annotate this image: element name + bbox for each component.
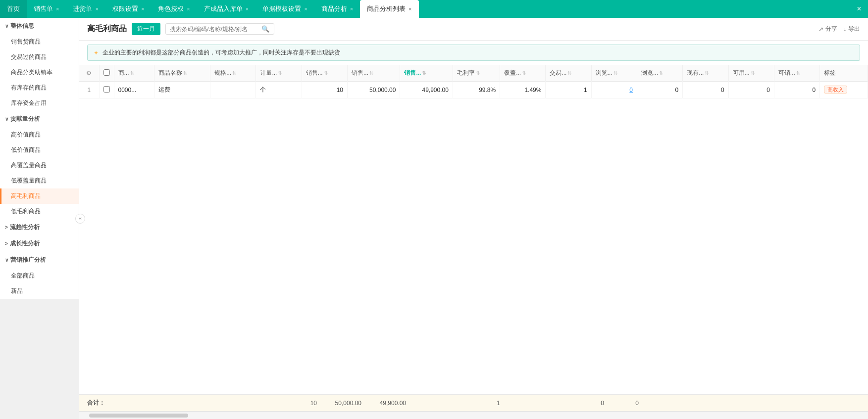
th-browse2[interactable]: 浏览...⇅: [637, 65, 683, 82]
sidebar-item-low-margin[interactable]: 低毛利商品: [0, 204, 79, 219]
cell-code: 0000...: [114, 82, 154, 98]
chevron-down-icon-3: ∨: [5, 257, 8, 263]
cell-browse1[interactable]: 0: [591, 82, 637, 98]
nav-purchase-order[interactable]: 进货单 ×: [66, 0, 105, 18]
th-gross-margin[interactable]: 毛利率⇅: [453, 65, 500, 82]
sidebar-item-in-stock-goods[interactable]: 有库存的商品: [0, 80, 79, 95]
th-name[interactable]: 商品名称⇅: [154, 65, 210, 82]
nav-permission-settings[interactable]: 权限设置 ×: [105, 0, 151, 18]
nav-sales-order[interactable]: 销售单 ×: [27, 0, 66, 18]
th-checkbox[interactable]: [99, 65, 114, 82]
sidebar: ∨ 整体信息 销售货商品 交易过的商品 商品分类助销率 有库存的商品 库存资金占…: [0, 18, 79, 299]
close-goods-analysis[interactable]: ×: [350, 6, 353, 12]
sidebar-group-overall[interactable]: ∨ 整体信息: [0, 18, 79, 34]
search-icon[interactable]: 🔍: [261, 25, 269, 33]
cell-index: 1: [79, 82, 99, 98]
sidebar-item-new-goods[interactable]: 新品: [0, 283, 79, 299]
close-permission-settings[interactable]: ×: [141, 6, 144, 12]
horizontal-scrollbar[interactable]: [79, 411, 868, 419]
cell-sales-amount: 50,000.00: [347, 82, 400, 98]
footer-sales-profit: 49,900.00: [365, 400, 410, 407]
sidebar-wrapper: ∨ 整体信息 销售货商品 交易过的商品 商品分类助销率 有库存的商品 库存资金占…: [0, 18, 79, 419]
close-production-inbound[interactable]: ×: [246, 6, 249, 12]
info-banner: ✦ 企业的主要的利润都是这部分商品创造的，可考虑加大推广，同时关注库存是不要出现…: [87, 45, 860, 61]
nav-goods-analysis[interactable]: 商品分析 ×: [314, 0, 360, 18]
table-header-row: ⚙ 商...⇅ 商品名称⇅ 规格...⇅ 计量...⇅ 销售...⇅ 销售...…: [79, 65, 868, 82]
th-available-stock[interactable]: 可用...⇅: [728, 65, 774, 82]
nav-production-inbound[interactable]: 产成品入库单 ×: [197, 0, 255, 18]
footer-available-stock: 0: [608, 400, 643, 407]
cell-sellable-stock: 0: [774, 82, 819, 98]
sidebar-item-traded-goods[interactable]: 交易过的商品: [0, 49, 79, 65]
cell-tag: 高收入: [820, 82, 868, 98]
cell-name: 运费: [154, 82, 210, 98]
cell-gross-margin: 99.8%: [453, 82, 500, 98]
th-coverage[interactable]: 覆盖...⇅: [500, 65, 546, 82]
top-navigation: 首页 销售单 × 进货单 × 权限设置 × 角色授权 × 产成品入库单 × 单据…: [0, 0, 868, 18]
cell-available-stock: 0: [728, 82, 774, 98]
footer-sales-qty: 10: [281, 400, 321, 407]
content-area: 高毛利商品 近一月 🔍 ↗ 分享 ↓ 导出 ✦ 企业的主要的利润都是这部分商品创…: [79, 18, 868, 419]
th-sales-profit[interactable]: 销售...⇅: [400, 65, 453, 82]
table-row: 1 0000... 运费 个 10 50,000.00 49,900.00 99…: [79, 82, 868, 98]
th-sales-amount[interactable]: 销售...⇅: [347, 65, 400, 82]
close-goods-analysis-list[interactable]: ×: [408, 6, 411, 12]
th-spec[interactable]: 规格...⇅: [210, 65, 256, 82]
cell-transaction: 1: [546, 82, 591, 98]
sidebar-item-high-coverage[interactable]: 高覆盖量商品: [0, 158, 79, 173]
filter-recent-month[interactable]: 近一月: [132, 23, 160, 35]
page-title: 高毛利商品: [87, 24, 127, 34]
data-table: ⚙ 商...⇅ 商品名称⇅ 规格...⇅ 计量...⇅ 销售...⇅ 销售...…: [79, 65, 868, 98]
cell-current-stock: 0: [683, 82, 728, 98]
window-close-button[interactable]: ×: [850, 0, 868, 18]
sidebar-group-trend[interactable]: > 流趋性分析: [0, 219, 79, 235]
search-input[interactable]: [170, 26, 261, 33]
cell-browse2: 0: [637, 82, 683, 98]
th-tag[interactable]: 标签: [820, 65, 868, 82]
sidebar-item-high-margin[interactable]: 高毛利商品: [0, 188, 79, 204]
sidebar-item-all-goods[interactable]: 全部商品: [0, 268, 79, 283]
nav-role-auth[interactable]: 角色授权 ×: [151, 0, 197, 18]
main-layout: ∨ 整体信息 销售货商品 交易过的商品 商品分类助销率 有库存的商品 库存资金占…: [0, 18, 868, 419]
data-table-container: ⚙ 商...⇅ 商品名称⇅ 规格...⇅ 计量...⇅ 销售...⇅ 销售...…: [79, 65, 868, 394]
footer-label: 合计：: [87, 399, 105, 407]
sidebar-item-low-coverage[interactable]: 低覆盖量商品: [0, 173, 79, 188]
nav-template-settings[interactable]: 单据模板设置 ×: [255, 0, 314, 18]
close-template-settings[interactable]: ×: [304, 6, 307, 12]
cell-checkbox[interactable]: [99, 82, 114, 98]
sidebar-collapse-button[interactable]: «: [75, 214, 85, 224]
chevron-right-icon: >: [5, 225, 8, 230]
search-box: 🔍: [165, 23, 274, 35]
sidebar-item-low-value[interactable]: 低价值商品: [0, 142, 79, 158]
close-sales-order[interactable]: ×: [56, 6, 59, 12]
footer-sales-amount: 50,000.00: [321, 400, 365, 407]
export-button[interactable]: ↓ 导出: [843, 25, 860, 33]
sidebar-group-growth[interactable]: > 成长性分析: [0, 235, 79, 252]
th-current-stock[interactable]: 现有...⇅: [683, 65, 728, 82]
th-code[interactable]: 商...⇅: [114, 65, 154, 82]
sidebar-group-contribution[interactable]: ∨ 贡献量分析: [0, 111, 79, 127]
sidebar-item-category-assist[interactable]: 商品分类助销率: [0, 65, 79, 80]
nav-goods-analysis-list[interactable]: 商品分析列表 ×: [360, 0, 418, 18]
share-icon: ↗: [818, 26, 823, 33]
nav-home[interactable]: 首页: [0, 0, 27, 18]
share-button[interactable]: ↗ 分享: [818, 25, 837, 33]
th-settings[interactable]: ⚙: [79, 65, 99, 82]
sidebar-item-inventory-capital[interactable]: 库存资金占用: [0, 95, 79, 111]
th-sellable-stock[interactable]: 可销...⇅: [774, 65, 819, 82]
sidebar-item-high-value[interactable]: 高价值商品: [0, 127, 79, 142]
sidebar-item-sales-goods[interactable]: 销售货商品: [0, 34, 79, 49]
close-purchase-order[interactable]: ×: [95, 6, 98, 12]
scrollbar-thumb[interactable]: [89, 414, 188, 418]
th-transaction[interactable]: 交易...⇅: [546, 65, 591, 82]
close-role-auth[interactable]: ×: [187, 6, 190, 12]
footer-current-stock: 0: [573, 400, 608, 407]
select-all-checkbox[interactable]: [103, 69, 110, 76]
th-sales-qty[interactable]: 销售...⇅: [302, 65, 347, 82]
th-unit[interactable]: 计量...⇅: [256, 65, 302, 82]
row-checkbox[interactable]: [103, 86, 110, 93]
cell-sales-qty: 10: [302, 82, 347, 98]
th-browse1[interactable]: 浏览...⇅: [591, 65, 637, 82]
sidebar-group-marketing[interactable]: ∨ 营销推广分析: [0, 252, 79, 268]
cell-sales-profit: 49,900.00: [400, 82, 453, 98]
